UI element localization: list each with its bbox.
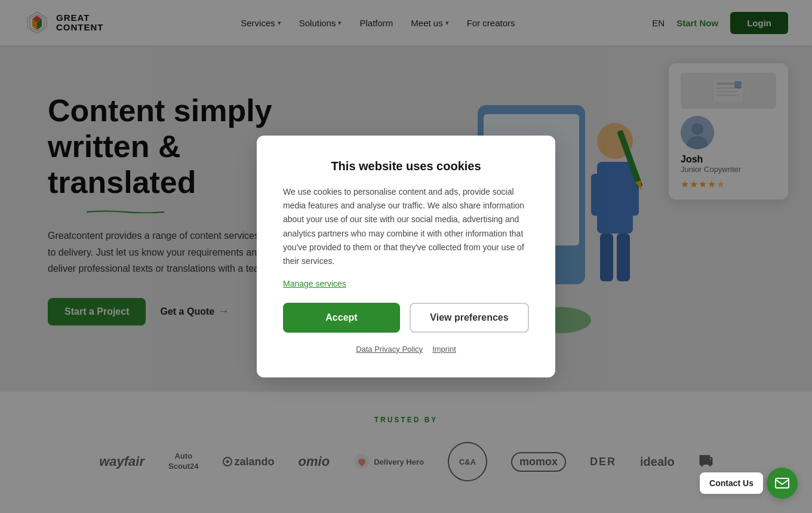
view-preferences-button[interactable]: View preferences <box>410 303 529 333</box>
cookie-overlay: This website uses cookies We use cookies… <box>0 0 812 511</box>
imprint-link[interactable]: Imprint <box>432 345 456 354</box>
contact-bubble: Contact Us <box>700 468 798 499</box>
cookie-modal: This website uses cookies We use cookies… <box>257 136 555 377</box>
email-icon <box>774 475 790 491</box>
cookie-body: We use cookies to personalise content an… <box>283 185 529 268</box>
contact-label: Contact Us <box>700 472 763 494</box>
accept-button[interactable]: Accept <box>283 303 400 333</box>
manage-services-link[interactable]: Manage services <box>283 279 529 288</box>
svg-rect-26 <box>776 478 789 488</box>
cookie-title: This website uses cookies <box>283 159 529 173</box>
contact-button[interactable] <box>767 468 798 499</box>
data-privacy-link[interactable]: Data Privacy Policy <box>356 345 423 354</box>
cookie-footer-links: Data Privacy Policy Imprint <box>283 345 529 354</box>
cookie-buttons: Accept View preferences <box>283 303 529 333</box>
